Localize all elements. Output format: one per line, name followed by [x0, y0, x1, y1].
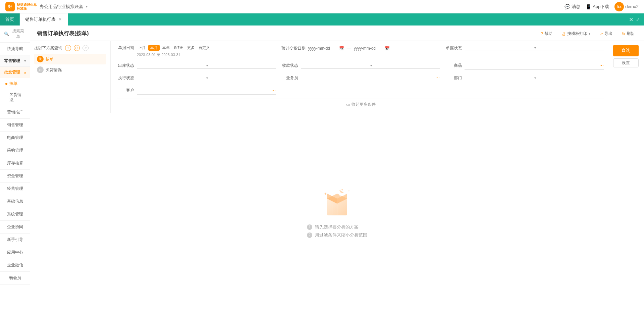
sidebar-item-sales[interactable]: 销售管理	[0, 119, 30, 132]
help-button[interactable]: ? 帮助	[538, 30, 555, 38]
date-tab-this-year[interactable]: 本年	[161, 45, 171, 51]
sidebar-item-marketing[interactable]: 营销推广	[0, 106, 30, 119]
sidebar-search-label: 搜索菜单	[10, 28, 26, 40]
breadcrumb[interactable]: 办公用品行业模拟账套 ▾	[40, 4, 88, 10]
empty-svg-icon: ✦ ✦	[320, 185, 354, 219]
calendar-end-icon[interactable]: 📅	[385, 46, 390, 51]
sidebar-item-newbie[interactable]: 新手引导	[0, 234, 30, 246]
sidebar-item-enterprise[interactable]: 企业协同	[0, 221, 30, 234]
message-action[interactable]: 💬 消息	[565, 4, 580, 10]
sidebar-sales-label: 销售管理	[7, 122, 23, 128]
download-icon: 📱	[586, 4, 591, 9]
app-download-label: App下载	[593, 4, 609, 10]
customer-dots-icon[interactable]: ···	[271, 87, 276, 93]
tab-close-window-icon[interactable]: ✕	[629, 16, 633, 23]
empty-illustration: ✦ ✦	[320, 185, 354, 219]
sidebar-quick-nav-label: 快捷导航	[7, 46, 23, 52]
date-tab-more[interactable]: 更多	[186, 45, 196, 51]
query-button[interactable]: 查询	[613, 45, 639, 56]
product-dots-icon[interactable]: ···	[599, 62, 604, 68]
expected-date-label: 预计交货日期	[281, 46, 306, 51]
refresh-label: 刷新	[627, 31, 635, 37]
date-tab-this-month[interactable]: 本月	[148, 45, 160, 51]
outbound-dropdown-arrow-icon: ▾	[206, 64, 276, 67]
sidebar-item-finance[interactable]: 资金管理	[0, 170, 30, 183]
salesman-dots-icon[interactable]: ···	[435, 75, 440, 81]
receipt-label: 收款状态	[281, 63, 298, 68]
scheme-press-order[interactable]: 按 按单	[34, 54, 106, 64]
receipt-dropdown[interactable]: ▾	[301, 63, 440, 69]
expected-date-start-input[interactable]	[308, 46, 338, 51]
receipt-dropdown-arrow-icon: ▾	[370, 64, 440, 67]
sidebar-item-app-center[interactable]: 应用中心	[0, 246, 30, 259]
execution-dropdown[interactable]: ▾	[137, 75, 276, 81]
collapse-label: 收起更多条件	[352, 102, 376, 107]
sidebar-enterprise-label: 企业协同	[7, 224, 23, 230]
print-button[interactable]: 🖨 按模板打印 ▾	[559, 30, 593, 38]
sidebar-sub-press-order[interactable]: 按单	[0, 78, 30, 89]
salesman-input-area[interactable]: ···	[301, 74, 440, 82]
sidebar: 🔍 搜索菜单 快捷导航 零售管理 ▾ 批发管理 ▴ 按单 欠货情况 营销推广 销…	[0, 25, 30, 310]
sidebar-item-operations[interactable]: 经营管理	[0, 183, 30, 195]
sidebar-item-wechat[interactable]: 企业微信	[0, 259, 30, 272]
tab-expand-icon[interactable]: ⤢	[636, 17, 640, 22]
filter-row-1: 单据日期 上月 本月 本年 近7天 更多 自定义 2023-03-0	[117, 45, 604, 57]
sidebar-quick-nav[interactable]: 快捷导航	[0, 43, 30, 55]
sidebar-item-ecommerce[interactable]: 电商管理	[0, 132, 30, 144]
sidebar-item-wholesale[interactable]: 批发管理 ▴	[0, 67, 30, 78]
page-header: 销售订单执行表(按单) ? 帮助 🖨 按模板打印 ▾ ↗ 导出 ↻ 刷新	[30, 25, 644, 41]
tab-bar-actions: ✕ ⤢	[625, 13, 644, 25]
tab-sales-order[interactable]: 销售订单执行表 ✕	[20, 13, 68, 25]
sidebar-item-basic[interactable]: 基础信息	[0, 195, 30, 208]
scheme-owe-label: 欠货情况	[46, 67, 62, 73]
execution-field: 执行状态 ▾	[117, 75, 276, 81]
outbound-label: 出库状态	[117, 63, 134, 68]
tab-sales-order-label: 销售订单执行表	[25, 16, 56, 22]
sidebar-wechat-label: 企业微信	[7, 262, 23, 268]
edit-scheme-button[interactable]: ⊙	[74, 45, 80, 51]
date-tab-custom[interactable]: 自定义	[197, 45, 211, 51]
scheme-owe-icon: ⊙	[37, 66, 44, 73]
sidebar-item-members[interactable]: 畅会员	[0, 272, 30, 285]
expected-date-end-input[interactable]	[354, 46, 383, 51]
sidebar-item-retail[interactable]: 零售管理 ▾	[0, 55, 30, 67]
salesman-field: 业务员 ···	[281, 74, 440, 82]
collapse-scheme-button[interactable]: «	[83, 45, 89, 51]
outbound-field: 出库状态 ▾	[117, 63, 276, 69]
export-button[interactable]: ↗ 导出	[597, 30, 615, 38]
sidebar-retail-label: 零售管理	[4, 58, 20, 64]
tab-close-icon[interactable]: ✕	[58, 17, 62, 22]
product-input-area[interactable]: ···	[465, 61, 604, 70]
setting-button[interactable]: 设置	[613, 58, 639, 67]
date-tab-last-month[interactable]: 上月	[137, 45, 147, 51]
department-field: 部门 ▾	[445, 75, 604, 81]
scheme-owe-detail[interactable]: ⊙ 欠货情况	[34, 64, 106, 75]
content-area: 销售订单执行表(按单) ? 帮助 🖨 按模板打印 ▾ ↗ 导出 ↻ 刷新	[30, 25, 644, 310]
refresh-button[interactable]: ↻ 刷新	[619, 30, 637, 38]
outbound-dropdown[interactable]: ▾	[137, 63, 276, 69]
expected-date-start: 📅	[308, 45, 344, 52]
sidebar-newbie-label: 新手引导	[7, 237, 23, 243]
sidebar-item-system[interactable]: 系统管理	[0, 208, 30, 221]
sidebar-item-purchase[interactable]: 采购管理	[0, 144, 30, 157]
breadcrumb-dropdown-icon[interactable]: ▾	[86, 5, 88, 8]
filter-container: 按以下方案查询 + ⊙ « 按 按单 ⊙ 欠货情况	[30, 41, 644, 113]
app-download-action[interactable]: 📱 App下载	[586, 4, 609, 10]
message-label: 消息	[572, 4, 580, 10]
sidebar-item-inventory[interactable]: 库存核算	[0, 157, 30, 170]
scheme-press-icon: 按	[37, 56, 44, 62]
date-tab-7days[interactable]: 近7天	[172, 45, 184, 51]
sidebar-search[interactable]: 🔍 搜索菜单	[0, 25, 30, 43]
customer-input-area[interactable]: ···	[137, 86, 276, 95]
sidebar-sub-owe-detail[interactable]: 欠货情况	[0, 89, 30, 106]
tab-home[interactable]: 首页	[0, 13, 20, 25]
scheme-header: 按以下方案查询 + ⊙ «	[34, 45, 106, 51]
collapse-bar[interactable]: ∧∧ 收起更多条件	[117, 99, 604, 110]
department-dropdown[interactable]: ▾	[465, 75, 604, 81]
username-label: demo2	[625, 4, 639, 9]
expected-date-field: 预计交货日期 📅 — 📅	[281, 45, 440, 52]
add-scheme-button[interactable]: +	[65, 45, 71, 51]
calendar-start-icon[interactable]: 📅	[339, 46, 344, 51]
user-action[interactable]: Ea demo2	[614, 2, 639, 11]
status-dropdown[interactable]: ▾	[465, 45, 604, 51]
